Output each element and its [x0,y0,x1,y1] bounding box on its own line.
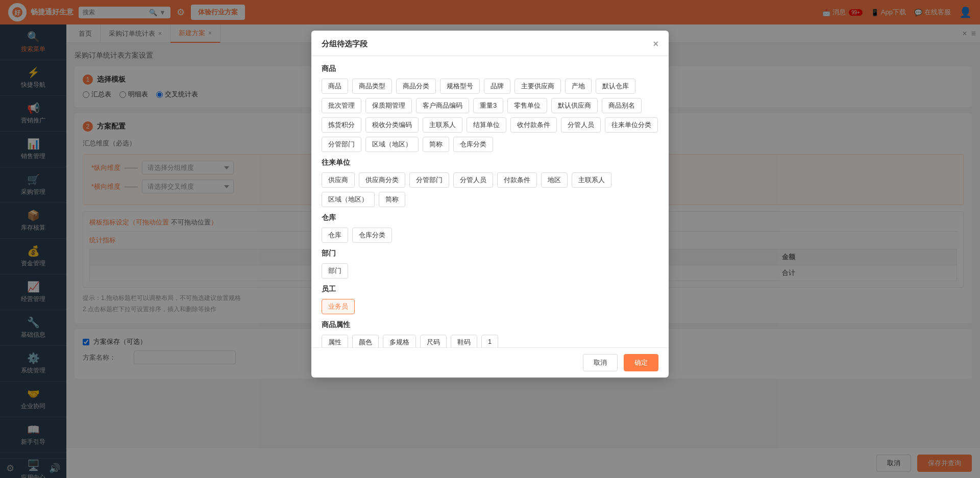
fields-grid-product-attr: 属性 颜色 多规格 尺码 鞋码 1 [322,335,658,347]
fields-grid-product: 商品 商品类型 商品分类 规格型号 品牌 主要供应商 产地 默认仓库 批次管理 … [322,79,658,152]
field-size[interactable]: 尺码 [420,335,447,347]
modal-overlay: 分组待选字段 × 商品 商品 商品类型 商品分类 规格型号 品牌 主要供应商 产… [0,0,980,478]
field-pick-points[interactable]: 拣货积分 [322,117,361,133]
fields-grid-warehouse: 仓库 仓库分类 [322,228,658,243]
field-color[interactable]: 颜色 [352,335,379,347]
section-title-product-attr: 商品属性 [322,320,658,330]
field-payment-cond[interactable]: 付款条件 [497,172,537,188]
field-warehouse-category-product[interactable]: 仓库分类 [453,137,493,152]
modal-header: 分组待选字段 × [311,31,669,56]
field-partner-category[interactable]: 往来单位分类 [605,117,658,133]
modal-cancel-button[interactable]: 取消 [583,354,618,371]
modal-confirm-button[interactable]: 确定 [624,354,658,371]
section-title-employee: 员工 [322,285,658,294]
modal-title: 分组待选字段 [322,39,368,49]
field-payment-terms[interactable]: 收付款条件 [510,117,557,133]
modal-body: 商品 商品 商品类型 商品分类 规格型号 品牌 主要供应商 产地 默认仓库 批次… [311,56,669,347]
field-manager[interactable]: 分管人员 [561,117,601,133]
field-main-contact-partner[interactable]: 主联系人 [572,172,611,188]
field-default-supplier[interactable]: 默认供应商 [551,98,598,113]
field-supplier-category[interactable]: 供应商分类 [359,172,405,188]
field-product-alias[interactable]: 商品别名 [602,98,642,113]
field-dept[interactable]: 部门 [322,263,348,279]
field-region2-partner[interactable]: 区域（地区） [322,192,375,207]
field-customer-code[interactable]: 客户商品编码 [416,98,469,113]
field-default-warehouse[interactable]: 默认仓库 [596,79,635,94]
field-settlement-unit[interactable]: 结算单位 [467,117,506,133]
field-attr[interactable]: 属性 [322,335,348,347]
field-weight3[interactable]: 重量3 [473,98,503,113]
field-attr-1[interactable]: 1 [481,335,498,347]
field-spec-model[interactable]: 规格型号 [440,79,480,94]
section-title-product: 商品 [322,64,658,73]
modal-close-icon[interactable]: × [653,39,658,49]
field-main-supplier[interactable]: 主要供应商 [514,79,561,94]
field-short-name-partner[interactable]: 简称 [379,192,405,207]
field-dept-mgmt[interactable]: 分管部门 [322,137,361,152]
field-region-product[interactable]: 区域（地区） [365,137,419,152]
field-short-name-product[interactable]: 简称 [423,137,449,152]
section-title-warehouse: 仓库 [322,213,658,222]
field-multi-spec[interactable]: 多规格 [383,335,416,347]
fields-grid-employee: 业务员 [322,299,658,314]
field-salesperson[interactable]: 业务员 [322,299,355,314]
fields-grid-partner: 供应商 供应商分类 分管部门 分管人员 付款条件 地区 主联系人 区域（地区） … [322,172,658,207]
field-warehouse[interactable]: 仓库 [322,228,348,243]
field-brand[interactable]: 品牌 [484,79,510,94]
section-title-partner: 往来单位 [322,158,658,167]
field-retail-unit[interactable]: 零售单位 [507,98,547,113]
field-warehouse-category[interactable]: 仓库分类 [352,228,392,243]
field-tax-code[interactable]: 税收分类编码 [365,117,419,133]
field-product[interactable]: 商品 [322,79,348,94]
field-origin[interactable]: 产地 [565,79,592,94]
field-supplier[interactable]: 供应商 [322,172,355,188]
field-dept-partner[interactable]: 分管部门 [409,172,449,188]
modal-footer: 取消 确定 [311,347,669,378]
field-main-contact[interactable]: 主联系人 [423,117,462,133]
field-batch-mgmt[interactable]: 批次管理 [322,98,361,113]
fields-grid-dept: 部门 [322,263,658,279]
field-expiry-mgmt[interactable]: 保质期管理 [365,98,412,113]
field-product-type[interactable]: 商品类型 [352,79,392,94]
field-mgmt-person-partner[interactable]: 分管人员 [453,172,493,188]
field-product-category[interactable]: 商品分类 [396,79,436,94]
field-shoe-size[interactable]: 鞋码 [451,335,477,347]
field-region-partner[interactable]: 地区 [541,172,568,188]
section-title-dept: 部门 [322,249,658,258]
field-selection-modal: 分组待选字段 × 商品 商品 商品类型 商品分类 规格型号 品牌 主要供应商 产… [311,31,669,378]
